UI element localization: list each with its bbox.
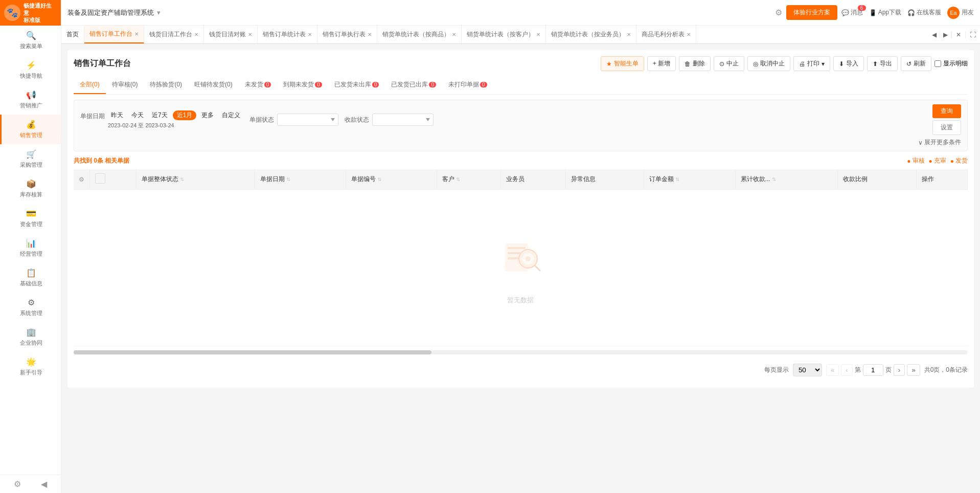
sidebar-item-operations[interactable]: 📊 经营管理 <box>0 233 61 263</box>
tab-sales-summary-product[interactable]: 销货单统计表（按商品） ✕ <box>377 26 462 43</box>
user-menu[interactable]: Ea 用友 <box>947 7 974 19</box>
tab-cash-reconcile-close[interactable]: ✕ <box>248 32 252 37</box>
sidebar-item-label: 搜索菜单 <box>20 42 42 50</box>
tab-maximize[interactable]: ⛶ <box>965 31 980 38</box>
status-select[interactable] <box>277 114 338 126</box>
prev-page-button[interactable]: ‹ <box>841 364 852 376</box>
sidebar-item-search[interactable]: 🔍 搜索菜单 <box>0 26 61 55</box>
first-page-button[interactable]: « <box>826 364 839 376</box>
refresh-button[interactable]: ↺ 刷新 <box>901 56 931 71</box>
tab-home[interactable]: 首页 <box>61 26 84 43</box>
query-button[interactable]: 查询 <box>932 104 961 118</box>
subtab-pending-verify[interactable]: 待拣验货(0) <box>144 76 188 94</box>
import-icon: ⬇ <box>839 60 844 68</box>
export-button[interactable]: ⬆ 导出 <box>867 56 898 71</box>
tab-cash-reconcile[interactable]: 钱货日清对账 ✕ <box>204 26 258 43</box>
sidebar-item-marketing[interactable]: 📢 营销推广 <box>0 85 61 115</box>
subtab-overdue[interactable]: 到期未发货0 <box>277 76 328 94</box>
sidebar-item-sales[interactable]: 💰 销售管理 <box>0 115 61 144</box>
batch-void-button[interactable]: ● 充审 <box>929 156 946 165</box>
tab-sales-stat[interactable]: 销售订单统计表 ✕ <box>258 26 317 43</box>
tab-summary-product-close[interactable]: ✕ <box>452 32 456 37</box>
ship-icon: ● <box>950 158 954 165</box>
import-button[interactable]: ⬇ 导入 <box>833 56 864 71</box>
select-all-checkbox[interactable] <box>95 173 105 184</box>
title-chevron-icon[interactable]: ▾ <box>157 9 161 16</box>
online-service-button[interactable]: 🎧 在线客服 <box>907 8 941 17</box>
message-button[interactable]: 💬 消息 6 <box>841 8 863 17</box>
sidebar-item-guide[interactable]: 🌟 新手引导 <box>0 352 61 382</box>
sort-status-icon[interactable]: ⇅ <box>180 176 184 182</box>
show-detail-label[interactable]: 显示明细 <box>935 59 968 68</box>
tab-gross-profit-close[interactable]: ✕ <box>687 32 691 37</box>
th-status: 单据整体状态 ⇅ <box>136 169 255 190</box>
print-button[interactable]: 🖨 打印 ▾ <box>793 56 830 71</box>
delete-button[interactable]: 🗑 删除 <box>679 56 711 71</box>
expand-conditions-button[interactable]: ∨ 展开更多条件 <box>918 138 961 147</box>
sort-number-icon[interactable]: ⇅ <box>377 176 381 182</box>
cancel-stop-button[interactable]: ◎ 取消中止 <box>747 56 790 71</box>
tab-sales-workbench[interactable]: 销售订单工作台 ✕ <box>84 26 144 43</box>
subtab-unprinted[interactable]: 未打印单据0 <box>442 76 493 94</box>
payment-select[interactable] <box>372 114 434 126</box>
page-number-input[interactable] <box>863 364 883 376</box>
date-opt-1month[interactable]: 近1月 <box>173 110 197 120</box>
sidebar-item-shortcut[interactable]: ⚡ 快捷导航 <box>0 55 61 85</box>
sidebar-item-inventory[interactable]: 📦 库存核算 <box>0 174 61 204</box>
tab-gross-profit[interactable]: 商品毛利分析表 ✕ <box>636 26 696 43</box>
tab-summary-customer-close[interactable]: ✕ <box>536 32 540 37</box>
finance-nav-icon: 💳 <box>26 209 36 218</box>
tab-sales-workbench-close[interactable]: ✕ <box>134 31 139 37</box>
subtab-all[interactable]: 全部(0) <box>74 76 106 94</box>
sort-customer-icon[interactable]: ⇅ <box>456 176 460 182</box>
tab-sales-stat-close[interactable]: ✕ <box>308 32 312 37</box>
tab-sales-summary-customer[interactable]: 销货单统计表（按客户） ✕ <box>462 26 546 43</box>
date-opt-more[interactable]: 更多 <box>198 110 217 121</box>
settings-button[interactable]: 设置 <box>932 120 961 135</box>
sidebar-item-purchase[interactable]: 🛒 采购管理 <box>0 144 61 174</box>
next-page-button[interactable]: › <box>894 364 905 376</box>
filter-right-actions: 查询 设置 <box>932 104 961 135</box>
tab-cash-daily-close[interactable]: ✕ <box>194 32 198 37</box>
page-size-select[interactable]: 50 10 20 100 <box>793 364 822 376</box>
tab-close-all[interactable]: ✕ <box>951 31 965 38</box>
subtab-shipped-out[interactable]: 已发货已出库0 <box>385 76 442 94</box>
app-download-button[interactable]: 📱 App下载 <box>869 8 901 17</box>
collapse-icon[interactable]: ◀ <box>41 479 47 489</box>
subtab-pending-review[interactable]: 待审核(0) <box>106 76 144 94</box>
tab-sales-exec[interactable]: 销售订单执行表 ✕ <box>317 26 377 43</box>
settings-icon[interactable]: ⚙ <box>14 479 21 489</box>
batch-audit-button[interactable]: ● 审核 <box>907 156 924 165</box>
add-button[interactable]: + 新增 <box>647 56 676 71</box>
date-opt-7days[interactable]: 近7天 <box>149 110 171 121</box>
sort-date-icon[interactable]: ⇅ <box>286 176 290 182</box>
scrollbar-thumb[interactable] <box>74 350 431 354</box>
topbar-gear-icon[interactable]: ⚙ <box>775 8 782 17</box>
batch-ship-button[interactable]: ● 发货 <box>950 156 968 165</box>
sidebar-item-system[interactable]: ⚙ 系统管理 <box>0 293 61 322</box>
last-page-button[interactable]: » <box>907 364 920 376</box>
tab-summary-staff-close[interactable]: ✕ <box>627 32 631 37</box>
tab-scroll-right[interactable]: ▶ <box>940 31 951 38</box>
sort-amount-icon[interactable]: ⇅ <box>675 176 679 182</box>
tab-sales-exec-close[interactable]: ✕ <box>368 32 372 37</box>
column-settings-icon[interactable]: ⚙ <box>79 176 84 183</box>
sidebar-item-enterprise[interactable]: 🏢 企业协同 <box>0 322 61 352</box>
subtab-wangpu[interactable]: 旺铺待发货(0) <box>188 76 239 94</box>
show-detail-checkbox[interactable] <box>935 60 941 67</box>
horizontal-scrollbar[interactable] <box>74 350 968 354</box>
sort-received-icon[interactable]: ⇅ <box>772 176 776 182</box>
date-opt-today[interactable]: 今天 <box>128 110 147 121</box>
tab-sales-summary-staff[interactable]: 销货单统计表（按业务员） ✕ <box>546 26 636 43</box>
sidebar-item-basic-info[interactable]: 📋 基础信息 <box>0 263 61 293</box>
smart-create-button[interactable]: ★ 智能生单 <box>601 56 644 71</box>
trial-button[interactable]: 体验行业方案 <box>786 5 837 20</box>
date-opt-yesterday[interactable]: 昨天 <box>108 110 126 121</box>
subtab-shipped-not-out[interactable]: 已发货未出库0 <box>328 76 385 94</box>
sidebar-item-finance[interactable]: 💳 资金管理 <box>0 204 61 233</box>
tab-cash-daily[interactable]: 钱货日清工作台 ✕ <box>144 26 204 43</box>
date-opt-custom[interactable]: 自定义 <box>219 110 243 121</box>
tab-scroll-left[interactable]: ◀ <box>929 31 940 38</box>
subtab-unshipped[interactable]: 未发货0 <box>239 76 278 94</box>
stop-button[interactable]: ⊙ 中止 <box>714 56 744 71</box>
